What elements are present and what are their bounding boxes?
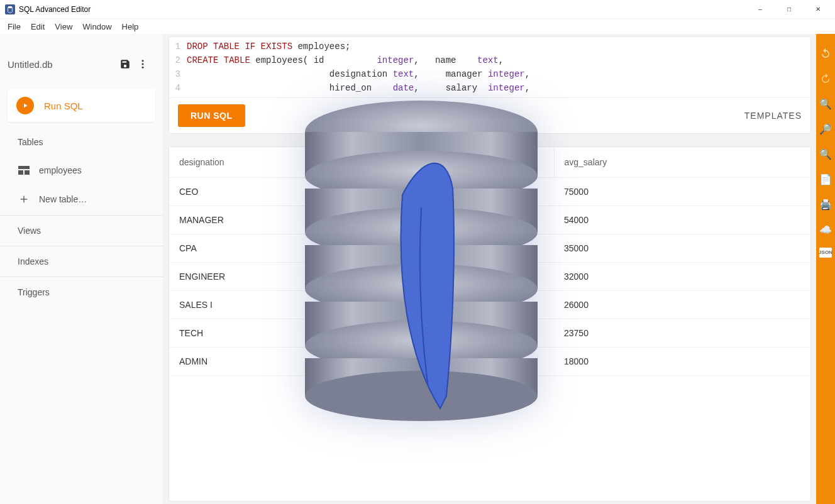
col-designation[interactable]: designation [169,147,554,178]
print-icon[interactable]: 🖨️ [819,197,832,211]
table-row[interactable]: ADMIN18000 [169,348,810,376]
db-name: Untitled.db [8,59,116,70]
menu-help[interactable]: Help [117,21,144,33]
svg-point-2 [142,63,144,65]
menu-edit[interactable]: Edit [26,21,50,33]
svg-point-3 [142,67,144,68]
menubar: File Edit View Window Help [0,19,835,34]
menu-file[interactable]: File [3,21,26,33]
code-body: DROP TABLE IF EXISTS employees;CREATE TA… [184,40,530,95]
table-row[interactable]: CPA35000 [169,234,810,263]
window-close-button[interactable]: ✕ [804,0,832,19]
svg-point-0 [8,6,13,8]
table-icon [18,164,30,177]
new-table-label: New table… [39,194,87,204]
db-header: Untitled.db [0,53,163,75]
menu-view[interactable]: View [50,21,77,33]
run-sql-card[interactable]: Run SQL [8,89,155,122]
cloud-icon[interactable]: ☁️ [819,222,832,236]
new-table-item[interactable]: New table… [0,185,163,214]
table-row[interactable]: SALES I26000 [169,291,810,319]
sidebar: Untitled.db Run SQL Tables employees [0,34,163,504]
line-gutter: 1234 [169,40,184,95]
templates-button[interactable]: TEMPLATES [744,111,802,121]
right-toolbar: 🔍 🔎 🔍 📄 🖨️ ☁️ JSON [816,34,835,504]
window-minimize-button[interactable]: – [746,0,775,19]
window-maximize-button[interactable]: □ [775,0,804,19]
table-row[interactable]: CEO75000 [169,178,810,206]
main-area: Untitled.db Run SQL Tables employees [0,34,835,504]
table-item-label: employees [39,165,82,175]
zoom-icon[interactable]: 🔍 [819,97,832,111]
window-title: SQL Advanced Editor [19,5,91,14]
sql-editor-card: 1234 DROP TABLE IF EXISTS employees;CREA… [169,36,811,134]
views-section-label[interactable]: Views [0,217,163,244]
undo-icon[interactable] [819,47,832,60]
table-row[interactable]: MANAGER54000 [169,206,810,234]
svg-rect-5 [18,170,23,175]
export-icon[interactable]: 📄 [819,172,832,186]
svg-rect-6 [25,170,30,175]
titlebar: SQL Advanced Editor – □ ✕ [0,0,835,19]
content-area: 1234 DROP TABLE IF EXISTS employees;CREA… [163,34,835,504]
plus-icon [18,193,30,205]
table-row[interactable]: ENGINEER32000 [169,263,810,291]
svg-point-1 [142,60,144,62]
save-icon[interactable] [116,55,134,73]
results-card: designation avg_salary CEO75000 MANAGER5… [169,146,811,501]
run-sql-label: Run SQL [44,101,83,111]
col-avg-salary[interactable]: avg_salary [554,147,810,178]
menu-window[interactable]: Window [77,21,116,33]
table-row[interactable]: TECH23750 [169,319,810,348]
find-icon[interactable]: 🔍 [819,147,832,161]
editor-toolbar: RUN SQL TEMPLATES [169,97,810,133]
indexes-section-label[interactable]: Indexes [0,248,163,275]
redo-icon[interactable] [819,72,832,85]
table-item-employees[interactable]: employees [0,156,163,185]
fit-icon[interactable]: 🔎 [819,122,832,136]
tables-section-label: Tables [0,128,163,156]
results-header-row: designation avg_salary [169,147,810,178]
results-table: designation avg_salary CEO75000 MANAGER5… [169,147,810,376]
run-sql-button[interactable]: RUN SQL [178,104,245,127]
triggers-section-label[interactable]: Triggers [0,278,163,306]
svg-rect-4 [18,166,30,169]
play-icon [16,97,34,114]
app-icon [5,4,15,14]
more-icon[interactable] [134,55,152,73]
sql-editor[interactable]: 1234 DROP TABLE IF EXISTS employees;CREA… [169,37,810,97]
json-icon[interactable]: JSON [819,248,832,258]
